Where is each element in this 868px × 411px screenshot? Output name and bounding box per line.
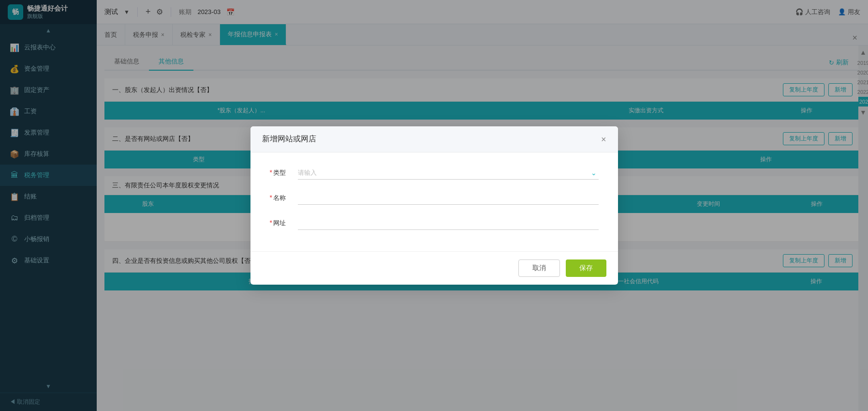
save-button[interactable]: 保存	[566, 259, 606, 277]
form-input-wrapper-url	[298, 216, 599, 230]
form-label-url: *网址	[270, 219, 294, 228]
form-label-type: *类型	[270, 168, 294, 177]
required-mark-url: *	[270, 219, 272, 227]
cancel-button[interactable]: 取消	[518, 259, 560, 277]
form-field-type: *类型 ⌄	[270, 166, 599, 180]
form-row-type: *类型 ⌄	[270, 166, 599, 180]
dialog-close-button[interactable]: ×	[601, 135, 606, 144]
dialog-body: *类型 ⌄ *名称 *网址	[250, 152, 618, 251]
dialog-footer: 取消 保存	[250, 251, 618, 285]
form-input-type[interactable]	[298, 166, 599, 179]
form-label-name: *名称	[270, 194, 294, 202]
required-mark-type: *	[270, 168, 272, 176]
dropdown-icon-type[interactable]: ⌄	[591, 169, 597, 177]
dialog-title: 新增网站或网店	[262, 134, 316, 144]
form-input-url[interactable]	[298, 216, 599, 229]
form-field-name: *名称	[270, 191, 599, 205]
required-mark-name: *	[270, 194, 272, 201]
form-input-wrapper-type: ⌄	[298, 166, 599, 180]
modal-overlay[interactable]: 新增网站或网店 × *类型 ⌄ *名称	[0, 0, 868, 411]
form-input-wrapper-name	[298, 191, 599, 205]
form-row-name: *名称	[270, 191, 599, 205]
form-row-url: *网址	[270, 216, 599, 230]
dialog: 新增网站或网店 × *类型 ⌄ *名称	[250, 126, 618, 285]
dialog-header: 新增网站或网店 ×	[250, 126, 618, 152]
form-field-url: *网址	[270, 216, 599, 230]
form-input-name[interactable]	[298, 191, 599, 204]
